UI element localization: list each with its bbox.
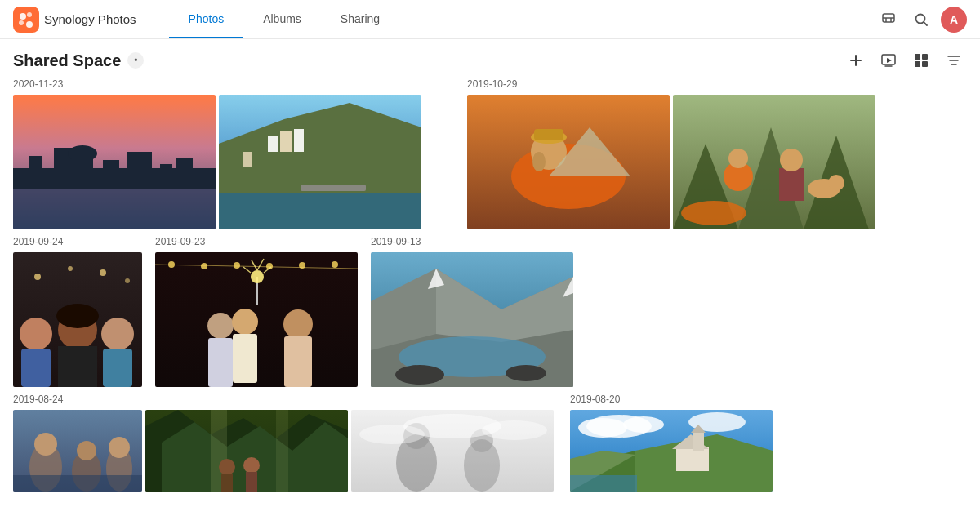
svg-rect-0 — [13, 7, 39, 33]
filter-button[interactable] — [941, 47, 967, 73]
svg-rect-108 — [13, 475, 142, 492]
svg-point-129 — [578, 418, 627, 438]
svg-point-3 — [19, 20, 24, 25]
date-section-2019-08-24: 2019-08-24 — [13, 394, 557, 492]
svg-rect-37 — [280, 131, 292, 152]
grid-icon — [913, 52, 929, 69]
middle-groups: 2019-09-24 — [13, 236, 967, 387]
svg-rect-29 — [72, 153, 93, 170]
svg-rect-81 — [208, 338, 233, 387]
search-icon — [913, 11, 929, 28]
grid-view-button[interactable] — [908, 47, 934, 73]
svg-rect-55 — [779, 168, 804, 201]
svg-point-64 — [125, 278, 130, 283]
photo-thumb[interactable] — [13, 252, 142, 387]
app-container: Synology Photos Photos Albums Sharing — [0, 0, 980, 516]
add-button[interactable] — [843, 47, 869, 73]
photo-row — [13, 410, 557, 492]
svg-point-59 — [681, 201, 746, 225]
date-section-2019-10-29: 2019-10-29 — [467, 78, 967, 229]
breadcrumb-dot[interactable]: • — [127, 52, 144, 69]
photo-thumb[interactable] — [467, 95, 670, 229]
avatar[interactable]: A — [941, 7, 967, 33]
svg-point-105 — [77, 441, 96, 460]
photo-thumb[interactable] — [219, 95, 421, 229]
svg-point-126 — [482, 420, 547, 440]
bottom-groups: 2019-08-24 — [13, 394, 967, 492]
svg-point-76 — [234, 262, 240, 269]
photo-thumb[interactable] — [371, 252, 573, 387]
svg-rect-70 — [103, 349, 132, 387]
photo-thumb[interactable] — [673, 95, 875, 229]
photo-thumb[interactable] — [13, 410, 142, 492]
svg-rect-117 — [246, 472, 257, 492]
date-label-2019-08-20: 2019-08-20 — [570, 394, 967, 405]
svg-point-103 — [34, 433, 57, 456]
svg-point-100 — [506, 365, 546, 381]
date-section-2019-09-23: 2019-09-23 — [155, 236, 358, 387]
photo-city-sunset — [13, 95, 216, 229]
svg-point-82 — [232, 309, 258, 335]
photo-thumb[interactable] — [570, 410, 773, 492]
svg-rect-32 — [160, 164, 172, 185]
breadcrumb-bar: Shared Space • — [0, 39, 980, 78]
date-section-2020-11-23: 2020-11-23 — [13, 78, 454, 229]
photo-party-sparklers — [155, 252, 358, 387]
date-label-2019-09-24: 2019-09-24 — [13, 236, 142, 247]
svg-rect-91 — [284, 336, 312, 387]
svg-rect-18 — [915, 61, 920, 67]
slideshow-icon — [880, 52, 897, 69]
date-label-2019-10-29: 2019-10-29 — [467, 78, 967, 90]
svg-point-107 — [109, 437, 130, 458]
svg-point-85 — [251, 270, 264, 283]
nav-albums[interactable]: Albums — [243, 1, 321, 38]
svg-line-10 — [924, 22, 928, 25]
breadcrumb-left: Shared Space • — [13, 51, 144, 70]
nav-sharing[interactable]: Sharing — [321, 1, 399, 38]
breadcrumb-title: Shared Space — [13, 51, 121, 70]
svg-point-99 — [395, 365, 444, 385]
svg-point-9 — [916, 14, 925, 23]
logo-icon — [13, 7, 39, 33]
svg-rect-139 — [570, 475, 637, 492]
date-section-2019-09-13: 2019-09-13 — [371, 236, 573, 387]
svg-point-90 — [283, 309, 313, 339]
nav-tabs: Photos Albums Sharing — [169, 1, 875, 38]
filter-icon — [946, 52, 962, 69]
svg-point-54 — [728, 149, 748, 168]
photo-thumb[interactable] — [155, 252, 358, 387]
photo-group-selfie — [13, 252, 142, 387]
header: Synology Photos Photos Albums Sharing — [0, 0, 980, 39]
svg-rect-66 — [21, 349, 51, 387]
svg-point-1 — [20, 13, 26, 20]
nav-photos[interactable]: Photos — [169, 1, 244, 38]
notifications-icon — [880, 11, 897, 28]
add-icon — [848, 52, 864, 69]
svg-marker-14 — [887, 58, 892, 63]
photo-mountain-lake — [371, 252, 573, 387]
svg-point-69 — [101, 318, 134, 350]
photo-misty-scene — [351, 410, 554, 492]
slideshow-button[interactable] — [875, 47, 902, 73]
svg-rect-113 — [276, 410, 288, 492]
svg-point-58 — [828, 175, 844, 191]
photo-coastal-town — [219, 95, 421, 229]
photo-thumb[interactable] — [13, 95, 216, 229]
date-label-2019-08-24: 2019-08-24 — [13, 394, 557, 405]
photo-row — [13, 95, 454, 229]
photo-thumb[interactable] — [145, 410, 348, 492]
photo-row — [467, 95, 967, 229]
svg-point-62 — [68, 266, 73, 271]
svg-rect-68 — [58, 346, 97, 387]
svg-rect-19 — [922, 61, 928, 67]
svg-rect-31 — [127, 152, 152, 185]
svg-point-75 — [201, 263, 207, 269]
header-actions: A — [875, 7, 967, 33]
photo-thumb[interactable] — [351, 410, 554, 492]
date-section-2019-08-20: 2019-08-20 — [570, 394, 967, 492]
svg-rect-83 — [233, 334, 257, 383]
search-button[interactable] — [908, 7, 934, 33]
svg-rect-16 — [915, 54, 920, 60]
logo-text: Synology Photos — [44, 12, 136, 26]
notifications-button[interactable] — [875, 7, 902, 33]
